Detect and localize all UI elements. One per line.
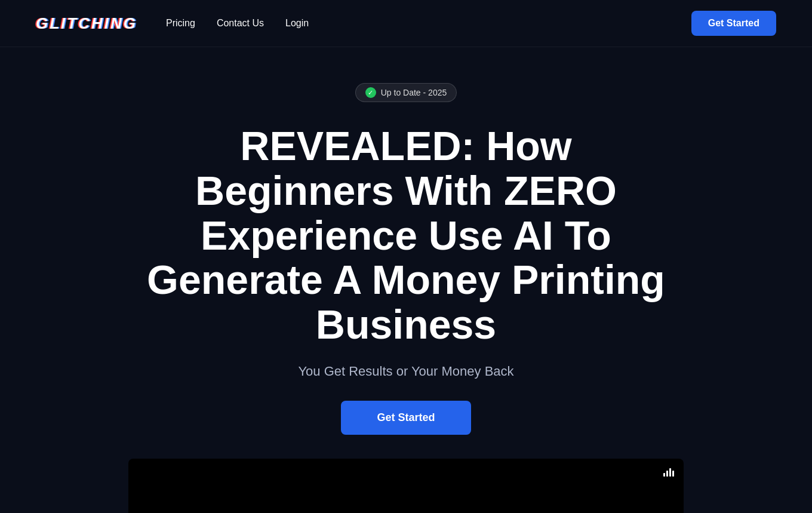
video-player[interactable]	[128, 459, 684, 513]
badge-check-icon: ✓	[365, 87, 376, 98]
sound-bar-3	[669, 468, 671, 477]
hero-subtitle: You Get Results or Your Money Back	[298, 364, 513, 379]
sound-bar-4	[672, 471, 674, 477]
hero-get-started-button[interactable]: Get Started	[341, 401, 470, 435]
sound-bars	[663, 467, 674, 477]
nav-contact-link[interactable]: Contact Us	[217, 18, 264, 28]
navbar: GLITCHING Pricing Contact Us Login Get S…	[0, 0, 812, 47]
sound-bar-2	[666, 471, 668, 477]
nav-login-link[interactable]: Login	[285, 18, 309, 28]
badge-text: Up to Date - 2025	[381, 88, 447, 97]
nav-get-started-button[interactable]: Get Started	[691, 11, 776, 36]
sound-icon[interactable]	[663, 467, 674, 477]
hero-title: REVEALED: How Beginners With ZERO Experi…	[137, 124, 675, 347]
sound-bar-1	[663, 473, 665, 477]
logo[interactable]: GLITCHING	[36, 14, 137, 33]
hero-section: ✓ Up to Date - 2025 REVEALED: How Beginn…	[0, 47, 812, 513]
nav-pricing-link[interactable]: Pricing	[166, 18, 195, 28]
badge-up-to-date: ✓ Up to Date - 2025	[355, 83, 457, 102]
